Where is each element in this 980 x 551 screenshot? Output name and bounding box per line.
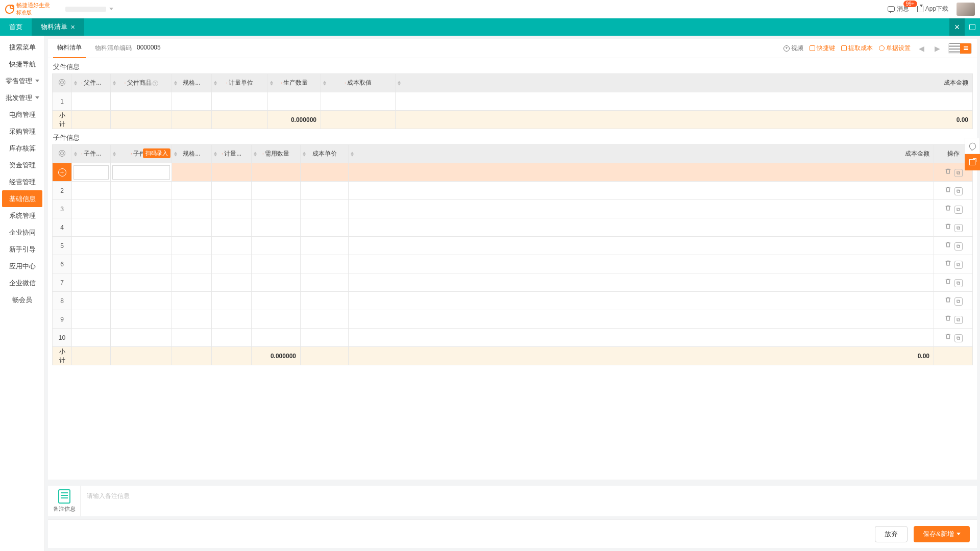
cell[interactable] [111,273,172,292]
cell[interactable] [111,329,172,347]
child-item-input[interactable] [112,165,170,180]
child-col-qty[interactable]: ·需用数量 [252,145,301,163]
messages-button[interactable]: 消息 99+ [888,5,909,13]
sidenav-item[interactable]: 采购管理 [0,123,44,140]
cell[interactable] [252,255,301,273]
cell[interactable] [252,292,301,310]
cell[interactable] [349,200,934,218]
sidenav-item[interactable]: 应用中心 [0,258,44,274]
cell[interactable] [252,182,301,200]
cell[interactable] [111,310,172,329]
cell[interactable] [172,255,212,273]
edit-tool-button[interactable] [965,138,980,154]
cell[interactable] [349,310,934,329]
child-row[interactable]: 10⧉ [53,329,973,347]
child-row[interactable]: 9⧉ [53,310,973,329]
tab-home[interactable]: 首页 [0,18,32,36]
cell[interactable] [252,200,301,218]
parent-col-amount[interactable]: 成本金额 [396,74,973,92]
cell[interactable] [172,200,212,218]
child-row[interactable]: +⧉ [53,163,973,182]
row-copy-button[interactable]: ⧉ [954,187,963,195]
row-copy-button[interactable]: ⧉ [954,297,963,306]
cell[interactable] [72,182,111,200]
child-code-input[interactable] [74,165,109,180]
cell[interactable] [349,292,934,310]
row-delete-button[interactable] [944,278,952,286]
cell[interactable] [172,329,212,347]
row-copy-button[interactable]: ⧉ [954,279,963,287]
row-copy-button[interactable]: ⧉ [954,224,963,232]
child-row[interactable]: 7⧉ [53,273,973,292]
save-and-new-button[interactable]: 保存&新增 [914,526,970,542]
cell[interactable] [301,163,349,182]
child-row[interactable]: 6⧉ [53,255,973,273]
row-copy-button[interactable]: ⧉ [954,242,963,251]
row-delete-button[interactable] [944,186,952,194]
next-doc-button[interactable]: ▶ [933,44,942,53]
parent-row[interactable]: 1 [53,92,973,111]
parent-col-cost-src[interactable]: ·成本取值 [321,74,396,92]
row-delete-button[interactable] [944,204,952,212]
parent-col-config[interactable] [53,74,72,92]
fullscreen-button[interactable] [965,18,980,36]
cell[interactable] [172,237,212,255]
cell[interactable] [301,329,349,347]
child-col-price[interactable]: 成本单价 [301,145,349,163]
cell[interactable] [301,200,349,218]
cell[interactable] [252,329,301,347]
cell[interactable] [252,218,301,237]
cell[interactable] [172,273,212,292]
row-copy-button[interactable]: ⧉ [954,261,963,269]
cell[interactable] [349,163,934,182]
parent-col-item[interactable]: ·父件商品? [111,74,172,92]
sidenav-item[interactable]: 基础信息 [2,190,42,207]
sidenav-item[interactable]: 新手引导 [0,241,44,258]
cell[interactable] [301,310,349,329]
cell[interactable] [212,163,252,182]
cell[interactable] [172,163,212,182]
video-help-button[interactable]: 视频 [783,44,803,53]
cell[interactable] [396,92,973,111]
cell[interactable] [301,182,349,200]
expand-tool-button[interactable] [965,154,980,170]
row-delete-button[interactable] [944,333,952,341]
cell[interactable] [72,329,111,347]
cell-code[interactable] [72,163,111,182]
cell[interactable] [301,273,349,292]
cell[interactable] [252,310,301,329]
child-col-code[interactable]: ·子件... [72,145,111,163]
app-download-button[interactable]: App下载 [917,5,948,13]
sidenav-item[interactable]: 搜索菜单 [0,39,44,56]
cell[interactable] [349,218,934,237]
cell[interactable] [268,92,321,111]
row-copy-button[interactable]: ⧉ [954,169,963,177]
company-switcher[interactable] [65,7,113,12]
child-col-unit[interactable]: ·计量... [212,145,252,163]
cell[interactable] [172,92,212,111]
cell[interactable] [72,200,111,218]
row-delete-button[interactable] [944,241,952,249]
sidenav-item[interactable]: 畅会员 [0,291,44,308]
child-row[interactable]: 3⧉ [53,200,973,218]
cell[interactable] [349,329,934,347]
cell[interactable] [172,182,212,200]
row-delete-button[interactable] [944,296,952,304]
row-delete-button[interactable] [944,314,952,322]
view-simple-button[interactable] [949,43,960,54]
cell[interactable] [252,237,301,255]
row-delete-button[interactable] [944,167,952,176]
cell[interactable] [349,273,934,292]
cell[interactable] [72,92,111,111]
tab-bom[interactable]: 物料清单 ✕ [32,18,84,36]
cell[interactable] [349,237,934,255]
view-detail-button[interactable] [960,43,971,54]
cell[interactable] [212,329,252,347]
cell[interactable] [72,273,111,292]
child-row[interactable]: 2⧉ [53,182,973,200]
sidenav-item[interactable]: 企业协同 [0,224,44,241]
cell[interactable] [72,292,111,310]
cell[interactable] [172,310,212,329]
child-col-item[interactable]: ·子件商扫码录入 [111,145,172,163]
sidenav-item[interactable]: 资金管理 [0,157,44,173]
